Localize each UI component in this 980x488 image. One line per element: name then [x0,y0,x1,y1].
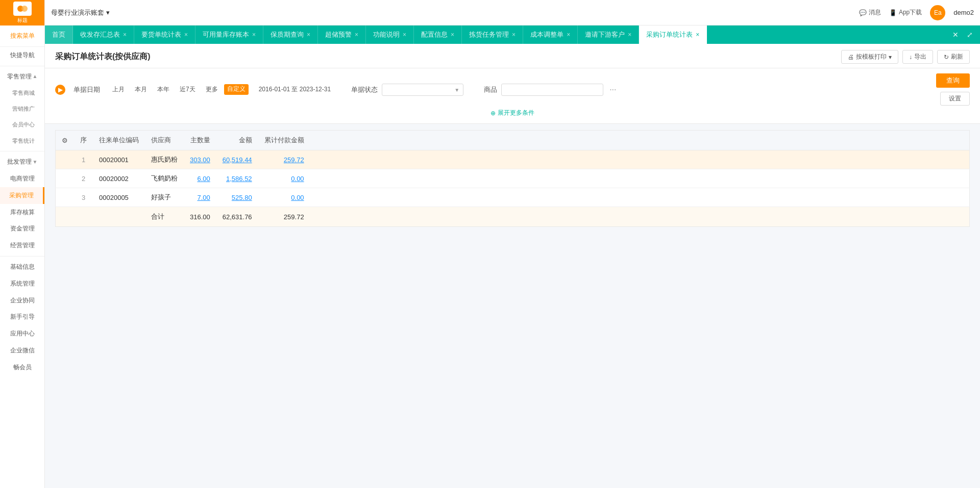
row-1-amount[interactable]: 60,519.44 [216,150,258,169]
tab-shoufacun-close[interactable]: × [123,31,127,38]
this-month-button[interactable]: 本月 [131,84,151,95]
row-3-no: 3 [74,188,93,207]
sidebar-item-wholesale[interactable]: 批发管理 ▼ [0,153,44,170]
row-2-amount[interactable]: 1,586.52 [216,169,258,188]
row-1-quantity[interactable]: 303.00 [184,150,216,169]
sidebar-item-operations[interactable]: 经营管理 [0,237,44,254]
tab-peizhi[interactable]: 配置信息 × [414,25,462,44]
tab-yaohuo[interactable]: 要货单统计表 × [134,25,195,44]
content-area: 采购订单统计表(按供应商) 🖨 按模板打印 ▾ ↓ 导出 ↻ 刷新 [45,44,980,488]
settings-column-header[interactable]: ⚙ [56,131,75,150]
table-row[interactable]: 1 00020001 惠氏奶粉 303.00 60,519.44 259.72 [56,150,970,169]
tab-shoufacun[interactable]: 收发存汇总表 × [73,25,134,44]
sidebar-item-vip[interactable]: 畅会员 [0,359,44,376]
export-button[interactable]: ↓ 导出 [902,50,933,64]
custom-date-tag[interactable]: 自定义 [224,84,249,95]
goods-filter-input[interactable] [501,84,603,96]
last-7-days-button[interactable]: 近7天 [176,84,200,95]
content-header: 采购订单统计表(按供应商) 🖨 按模板打印 ▾ ↓ 导出 ↻ 刷新 [45,44,980,68]
sidebar-item-basic[interactable]: 基础信息 [0,259,44,275]
footer-quantity: 316.00 [184,207,216,227]
tab-yaoqing-close[interactable]: × [628,31,631,38]
more-date-button[interactable]: 更多 [202,84,222,95]
table-row[interactable]: 2 00020002 飞鹤奶粉 6.00 1,586.52 0.00 [56,169,970,188]
table-row[interactable]: 3 00020005 好孩子 7.00 525.80 0.00 [56,188,970,207]
filter-area: ▶ 单据日期 上月 本月 本年 近7天 更多 自定义 2016-01-01 至 … [45,68,980,124]
sidebar-item-newbie[interactable]: 新手引导 [0,309,44,325]
close-all-tabs-button[interactable]: ✕ [949,31,962,39]
sidebar-item-retail-stats[interactable]: 零售统计 [0,133,44,149]
sidebar-item-finance[interactable]: 资金管理 [0,220,44,237]
search-menu-button[interactable]: 搜索菜单 [3,30,41,42]
sidebar-item-app-center[interactable]: 应用中心 [0,325,44,342]
tab-chaochun[interactable]: 超储预警 × [318,25,366,44]
username-label[interactable]: demo2 [953,9,974,16]
tab-keyong-close[interactable]: × [252,31,256,38]
tab-peizhi-close[interactable]: × [451,31,454,38]
column-settings-icon[interactable]: ⚙ [62,137,68,144]
sidebar-item-enterprise[interactable]: 企业协同 [0,292,44,309]
row-1-paid[interactable]: 259.72 [258,150,310,169]
sidebar-item-inventory[interactable]: 库存核算 [0,204,44,221]
tab-keyong[interactable]: 可用量库存账本 × [195,25,263,44]
sidebar-divider-1 [0,66,44,66]
tab-pihuo[interactable]: 拣货任务管理 × [462,25,523,44]
status-select-wrap [382,84,463,96]
sidebar-item-wechat[interactable]: 企业微信 [0,342,44,359]
tab-baozhi[interactable]: 保质期查询 × [263,25,318,44]
tab-caigou-close[interactable]: × [696,31,699,38]
tab-baozhi-close[interactable]: × [307,31,310,38]
avatar[interactable]: Ea [930,5,945,20]
sidebar-item-quick-nav[interactable]: 快捷导航 [0,47,44,64]
query-button[interactable]: 查询 [936,73,970,88]
footer-empty-2 [74,207,93,227]
sidebar-item-marketing[interactable]: 营销推广 [0,101,44,117]
tab-chengben[interactable]: 成本调整单 × [523,25,578,44]
sidebar-logo[interactable]: 标题 [0,0,44,25]
sidebar-item-ecommerce[interactable]: 电商管理 [0,170,44,187]
tab-yaoqing-label: 邀请下游客户 [585,30,625,39]
row-3-quantity[interactable]: 7.00 [184,188,216,207]
last-month-button[interactable]: 上月 [108,84,129,95]
tab-yaohuo-close[interactable]: × [184,31,188,38]
goods-filter-more-icon[interactable]: ··· [609,85,616,94]
nav-tabs-bar: 首页 收发存汇总表 × 要货单统计表 × 可用量库存账本 × 保质期查询 × 超… [45,25,980,44]
tab-chengben-close[interactable]: × [567,31,570,38]
message-button[interactable]: 💬 消息 [859,8,881,17]
row-3-amount[interactable]: 525.80 [216,188,258,207]
refresh-button[interactable]: ↻ 刷新 [937,50,970,64]
row-1-no: 1 [74,150,93,169]
sidebar-item-purchase[interactable]: 采购管理 [0,187,44,204]
filter-toggle-button[interactable]: ▶ [55,85,65,95]
settings-button[interactable]: 设置 [940,92,970,106]
app-download-button[interactable]: 📱 App下载 [889,8,922,17]
tab-home[interactable]: 首页 [45,25,73,44]
sidebar-item-retail[interactable]: 零售管理 ▲ [0,68,44,85]
sidebar-item-retail-mall[interactable]: 零售商城 [0,85,44,101]
maximize-button[interactable]: ⤢ [964,31,976,39]
tab-gongneng[interactable]: 功能说明 × [366,25,414,44]
tab-gongneng-close[interactable]: × [403,31,406,38]
svg-point-1 [21,6,28,12]
sidebar-item-system[interactable]: 系统管理 [0,275,44,292]
row-2-paid[interactable]: 0.00 [258,169,310,188]
company-dropdown-icon: ▾ [106,9,110,16]
tab-caigou[interactable]: 采购订单统计表 × [639,25,707,44]
status-select[interactable] [382,84,463,96]
expand-more-conditions-button[interactable]: ⊕ 展开更多条件 [491,109,534,117]
unit-code-column-header: 往来单位编码 [93,131,145,150]
tab-chaochun-close[interactable]: × [355,31,358,38]
company-selector[interactable]: 母婴行业演示账套 ▾ [51,8,110,17]
sidebar-item-member[interactable]: 会员中心 [0,117,44,133]
tab-gongneng-label: 功能说明 [373,30,400,39]
print-button[interactable]: 🖨 按模板打印 ▾ [841,50,898,64]
row-3-paid[interactable]: 0.00 [258,188,310,207]
date-quick-buttons: 上月 本月 本年 近7天 更多 自定义 [108,84,249,95]
footer-empty-1 [56,207,75,227]
tab-yaoqing[interactable]: 邀请下游客户 × [578,25,639,44]
tab-pihuo-close[interactable]: × [512,31,516,38]
header-actions: 🖨 按模板打印 ▾ ↓ 导出 ↻ 刷新 [841,50,970,64]
this-year-button[interactable]: 本年 [153,84,174,95]
nav-tabs-end: ✕ ⤢ [949,31,980,39]
row-2-quantity[interactable]: 6.00 [184,169,216,188]
